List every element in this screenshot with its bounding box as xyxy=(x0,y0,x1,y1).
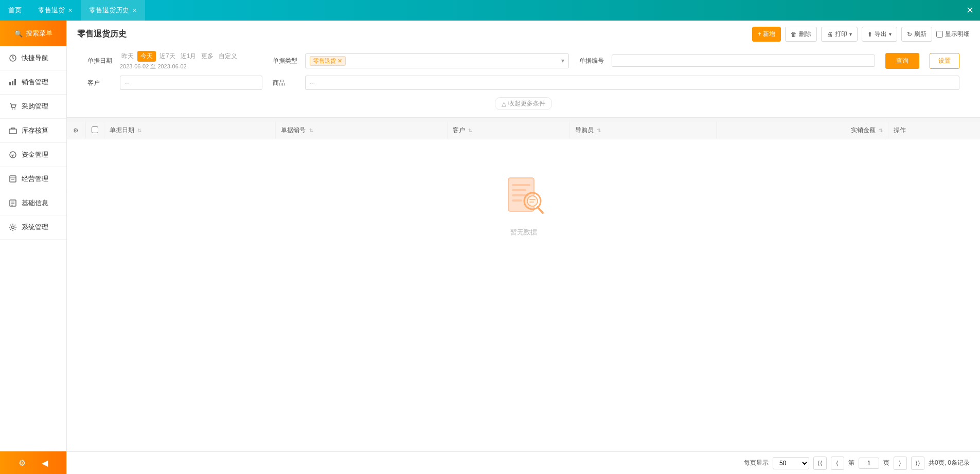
sidebar-item-operations[interactable]: 经营管理 xyxy=(0,167,66,191)
tab-retail-return-close[interactable]: ✕ xyxy=(68,7,73,14)
svg-point-5 xyxy=(14,108,15,110)
goods-input[interactable]: ... xyxy=(305,76,959,90)
th-settings[interactable]: ⚙ xyxy=(67,122,85,139)
doc-type-tag-close[interactable]: ✕ xyxy=(337,58,342,64)
svg-rect-3 xyxy=(14,79,16,85)
toolbar: + 新增 🗑 删除 🖨 打印 ▾ ⬆ 导出 ▾ xyxy=(752,27,970,42)
doc-type-tag: 零售退货 ✕ xyxy=(310,56,346,66)
content-area: 零售退货历史 + 新增 🗑 删除 🖨 打印 ▾ ⬆ xyxy=(67,21,980,474)
date-shortcut-last7[interactable]: 近7天 xyxy=(158,51,177,62)
svg-rect-9 xyxy=(10,176,16,182)
svg-line-24 xyxy=(538,207,543,213)
show-detail-input[interactable] xyxy=(936,31,943,38)
main-layout: 🔍 搜索菜单 快捷导航 销售管理 采购管理 xyxy=(0,21,980,474)
sidebar-item-sales[interactable]: 销售管理 xyxy=(0,70,66,95)
date-shortcut-today[interactable]: 今天 xyxy=(137,51,156,62)
sidebar-search[interactable]: 🔍 搜索菜单 xyxy=(0,21,66,46)
purchase-icon xyxy=(8,102,17,111)
doc-type-label: 单据类型 xyxy=(273,57,301,65)
refresh-button[interactable]: ↻ 刷新 xyxy=(901,27,932,42)
th-doc-no-label: 单据编号 xyxy=(281,126,306,134)
sidebar-item-finance[interactable]: ¥ 资金管理 xyxy=(0,143,66,167)
svg-rect-6 xyxy=(9,129,16,134)
filter-area: 单据日期 昨天 今天 近7天 近1月 更多 自定义 2023-06-02 至 2… xyxy=(77,46,970,117)
print-button-label: 打印 xyxy=(835,30,847,39)
column-settings-icon[interactable]: ⚙ xyxy=(73,127,79,134)
date-shortcut-last1m[interactable]: 近1月 xyxy=(179,51,198,62)
date-shortcut-yesterday[interactable]: 昨天 xyxy=(120,51,135,62)
page-size-select[interactable]: 50 10 20 100 xyxy=(773,457,809,469)
sidebar-item-quick-nav-label: 快捷导航 xyxy=(22,53,48,63)
settings-button-label: 设置 xyxy=(938,57,951,65)
print-chevron-icon: ▾ xyxy=(849,31,852,37)
delete-icon: 🗑 xyxy=(791,31,797,38)
page-label-post: 页 xyxy=(883,459,889,467)
th-amount[interactable]: 实销金额 ⇅ xyxy=(717,122,888,139)
collapse-button[interactable]: △ 收起更多条件 xyxy=(495,97,552,110)
page-number-input[interactable] xyxy=(859,458,879,469)
th-date-label: 单据日期 xyxy=(110,126,134,134)
filter-date: 单据日期 昨天 今天 近7天 近1月 更多 自定义 2023-06-02 至 2… xyxy=(87,51,262,70)
settings-gear-icon[interactable]: ⚙ xyxy=(19,458,26,468)
th-guide[interactable]: 导购员 ⇅ xyxy=(569,122,717,139)
th-date-sort-icon: ⇅ xyxy=(137,127,141,133)
sidebar-item-inventory[interactable]: 库存核算 xyxy=(0,119,66,143)
svg-point-16 xyxy=(12,226,14,229)
svg-point-4 xyxy=(12,108,13,110)
settings-button[interactable]: 设置 xyxy=(930,53,959,69)
sidebar-search-label: 搜索菜单 xyxy=(26,29,52,38)
doc-no-input[interactable] xyxy=(612,54,876,67)
tab-retail-return-history-close[interactable]: ✕ xyxy=(132,7,137,14)
th-doc-no[interactable]: 单据编号 ⇅ xyxy=(276,122,448,139)
collapse-up-icon: △ xyxy=(502,100,506,107)
date-filter-label: 单据日期 xyxy=(87,57,116,65)
show-detail-checkbox[interactable]: 显示明细 xyxy=(936,30,970,39)
tab-retail-return-history[interactable]: 零售退货历史 ✕ xyxy=(81,0,145,21)
tab-retail-return[interactable]: 零售退货 ✕ xyxy=(30,0,81,21)
th-date[interactable]: 单据日期 ⇅ xyxy=(104,122,276,139)
select-all-checkbox[interactable] xyxy=(92,126,98,133)
th-customer[interactable]: 客户 ⇅ xyxy=(448,122,570,139)
tab-home[interactable]: 首页 xyxy=(0,0,30,21)
finance-icon: ¥ xyxy=(8,150,17,159)
query-button[interactable]: 查询 xyxy=(885,53,919,69)
date-shortcut-custom[interactable]: 自定义 xyxy=(217,51,239,62)
empty-state: 暂无数据 xyxy=(67,139,980,268)
sidebar-item-basic-info[interactable]: 基础信息 xyxy=(0,191,66,215)
tab-retail-return-label: 零售退货 xyxy=(38,6,65,15)
collapse-row: △ 收起更多条件 xyxy=(87,95,959,112)
first-page-button[interactable]: ⟨⟨ xyxy=(813,457,827,470)
prev-page-button[interactable]: ⟨ xyxy=(831,457,844,470)
page-header: 零售退货历史 + 新增 🗑 删除 🖨 打印 ▾ ⬆ xyxy=(67,21,980,118)
customer-label: 客户 xyxy=(87,79,116,87)
print-button[interactable]: 🖨 打印 ▾ xyxy=(821,27,858,42)
page-size-label: 每页显示 xyxy=(744,459,769,467)
svg-text:¥: ¥ xyxy=(11,153,14,158)
quick-nav-icon xyxy=(8,53,17,63)
data-table: ⚙ 单据日期 ⇅ 单据编号 ⇅ xyxy=(67,122,980,139)
doc-type-select[interactable]: 零售退货 ✕ ▾ xyxy=(305,53,569,68)
sidebar-item-system-label: 系统管理 xyxy=(22,223,48,232)
date-shortcut-more[interactable]: 更多 xyxy=(200,51,215,62)
export-button[interactable]: ⬆ 导出 ▾ xyxy=(862,27,897,42)
total-text: 共0页, 0条记录 xyxy=(929,459,970,467)
new-button[interactable]: + 新增 xyxy=(752,27,781,42)
th-doc-no-sort-icon: ⇅ xyxy=(309,127,313,133)
sidebar-item-system[interactable]: 系统管理 xyxy=(0,215,66,240)
customer-input[interactable]: ... xyxy=(120,76,262,90)
collapse-button-label: 收起更多条件 xyxy=(508,99,545,108)
next-page-button[interactable]: ⟩ xyxy=(894,457,907,470)
page-title-row: 零售退货历史 + 新增 🗑 删除 🖨 打印 ▾ ⬆ xyxy=(77,27,970,42)
collapse-sidebar-icon[interactable]: ◀ xyxy=(42,458,48,468)
sidebar-bottom: ⚙ ◀ xyxy=(0,451,66,474)
last-page-button[interactable]: ⟩⟩ xyxy=(911,457,924,470)
window-close-button[interactable]: ✕ xyxy=(959,0,980,21)
th-checkbox[interactable] xyxy=(85,122,104,139)
th-action-label: 操作 xyxy=(894,126,906,134)
delete-button[interactable]: 🗑 删除 xyxy=(785,27,817,42)
page-label-pre: 第 xyxy=(848,459,854,467)
basic-info-icon xyxy=(8,198,17,208)
sidebar-item-quick-nav[interactable]: 快捷导航 xyxy=(0,46,66,70)
pagination: 每页显示 50 10 20 100 ⟨⟨ ⟨ 第 页 ⟩ ⟩⟩ 共0页, 0条记… xyxy=(67,451,980,474)
sidebar-item-purchase[interactable]: 采购管理 xyxy=(0,95,66,119)
